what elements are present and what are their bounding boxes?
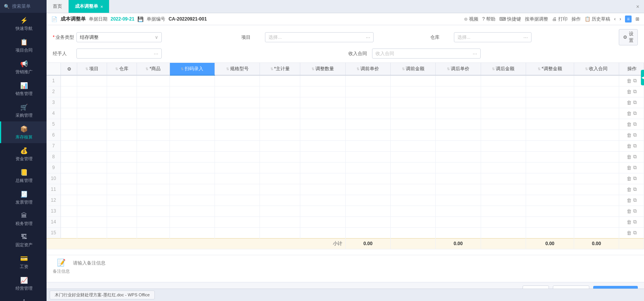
cell-adjust_amount-8[interactable] (526, 151, 574, 162)
cell-pre_unit_price-6[interactable] (345, 130, 390, 140)
cell-pre_amount-10[interactable] (391, 173, 436, 184)
delete-icon-7[interactable]: 🗑 (627, 143, 632, 149)
cell-product-12[interactable] (137, 195, 170, 206)
delete-icon-12[interactable]: 🗑 (627, 197, 632, 203)
cell-post_unit_price-14[interactable] (436, 216, 481, 227)
cell-adjust_amount-10[interactable] (526, 173, 574, 184)
cell-income_contract-10[interactable] (574, 173, 619, 184)
cell-pre_amount-3[interactable] (391, 97, 436, 108)
warehouse-input[interactable]: 选择... ··· (454, 32, 531, 42)
cell-unit-5[interactable] (260, 119, 300, 130)
cell-product-7[interactable] (137, 140, 170, 151)
delete-icon-9[interactable]: 🗑 (627, 165, 632, 171)
sidebar-item-sales-mgmt[interactable]: 📊销售管理 (0, 78, 47, 100)
cell-settings-9[interactable] (61, 162, 77, 173)
cell-pre_unit_price-13[interactable] (345, 206, 390, 216)
cell-income_contract-7[interactable] (574, 140, 619, 151)
cell-product-6[interactable] (137, 130, 170, 140)
cell-scan-7[interactable] (170, 140, 215, 151)
cell-settings-13[interactable] (61, 206, 77, 216)
cell-pre_unit_price-15[interactable] (345, 227, 390, 238)
copy-icon-9[interactable]: ⧉ (633, 164, 637, 171)
cell-pre_amount-1[interactable] (391, 75, 436, 86)
cell-post_unit_price-7[interactable] (436, 140, 481, 151)
cell-adjust_qty-15[interactable] (300, 227, 345, 238)
cell-spec-13[interactable] (215, 206, 260, 216)
cell-unit-15[interactable] (260, 227, 300, 238)
cell-post_amount-11[interactable] (481, 184, 526, 195)
cell-income_contract-13[interactable] (574, 206, 619, 216)
cell-adjust_amount-3[interactable] (526, 97, 574, 108)
cell-warehouse-13[interactable] (107, 206, 137, 216)
cell-unit-6[interactable] (260, 130, 300, 140)
cell-product-1[interactable] (137, 75, 170, 86)
cell-pre_unit_price-9[interactable] (345, 162, 390, 173)
cell-scan-9[interactable] (170, 162, 215, 173)
cell-post_amount-5[interactable] (481, 119, 526, 130)
cell-post_unit_price-10[interactable] (436, 173, 481, 184)
cell-post_unit_price-8[interactable] (436, 151, 481, 162)
cell-product-5[interactable] (137, 119, 170, 130)
copy-icon-3[interactable]: ⧉ (633, 99, 637, 106)
copy-icon-7[interactable]: ⧉ (633, 143, 637, 149)
toolbar-operation[interactable]: 操作 (571, 16, 581, 22)
tab-close-icon[interactable]: × (100, 4, 103, 9)
cell-settings-2[interactable] (61, 86, 77, 97)
cell-product-10[interactable] (137, 173, 170, 184)
toolbar-help[interactable]: ? 帮助 (482, 16, 495, 22)
cell-pre_amount-2[interactable] (391, 86, 436, 97)
project-input[interactable]: 选择... ··· (265, 32, 374, 42)
cell-adjust_qty-14[interactable] (300, 216, 345, 227)
cell-warehouse-1[interactable] (107, 75, 137, 86)
delete-icon-14[interactable]: 🗑 (627, 219, 632, 225)
cell-warehouse-14[interactable] (107, 216, 137, 227)
cell-adjust_qty-6[interactable] (300, 130, 345, 140)
delete-icon-15[interactable]: 🗑 (627, 230, 632, 236)
cell-settings-10[interactable] (61, 173, 77, 184)
cell-settings-5[interactable] (61, 119, 77, 130)
cell-adjust_qty-5[interactable] (300, 119, 345, 130)
right-edge-indicator[interactable]: ◀ (641, 70, 644, 85)
cell-warehouse-8[interactable] (107, 151, 137, 162)
cell-adjust_qty-1[interactable] (300, 75, 345, 86)
cell-post_amount-12[interactable] (481, 195, 526, 206)
cell-pre_unit_price-1[interactable] (345, 75, 390, 86)
business-type-input[interactable]: 结存调整 ∨ (76, 32, 162, 42)
cell-pre_amount-7[interactable] (391, 140, 436, 151)
cell-warehouse-10[interactable] (107, 173, 137, 184)
cell-scan-12[interactable] (170, 195, 215, 206)
cell-pre_unit_price-12[interactable] (345, 195, 390, 206)
cell-product-13[interactable] (137, 206, 170, 216)
cell-scan-2[interactable] (170, 86, 215, 97)
delete-icon-10[interactable]: 🗑 (627, 176, 632, 182)
cell-settings-11[interactable] (61, 184, 77, 195)
cell-project-9[interactable] (77, 162, 107, 173)
cell-project-13[interactable] (77, 206, 107, 216)
cell-unit-9[interactable] (260, 162, 300, 173)
delete-icon-1[interactable]: 🗑 (627, 78, 632, 84)
sidebar-item-invoice-mgmt[interactable]: 🧾发票管理 (0, 187, 47, 208)
cell-unit-13[interactable] (260, 206, 300, 216)
cell-scan-3[interactable] (170, 97, 215, 108)
cell-spec-6[interactable] (215, 130, 260, 140)
sidebar-item-business-mgmt[interactable]: 📈经营管理 (0, 273, 47, 294)
cell-adjust_amount-7[interactable] (526, 140, 574, 151)
cell-post_amount-8[interactable] (481, 151, 526, 162)
cell-unit-7[interactable] (260, 140, 300, 151)
cell-spec-10[interactable] (215, 173, 260, 184)
cell-scan-4[interactable] (170, 108, 215, 119)
cell-unit-4[interactable] (260, 108, 300, 119)
cell-pre_unit_price-2[interactable] (345, 86, 390, 97)
cell-product-8[interactable] (137, 151, 170, 162)
cell-scan-8[interactable] (170, 151, 215, 162)
cell-project-8[interactable] (77, 151, 107, 162)
cell-adjust_qty-11[interactable] (300, 184, 345, 195)
cell-adjust_amount-4[interactable] (526, 108, 574, 119)
cell-post_amount-14[interactable] (481, 216, 526, 227)
sidebar-item-project-contract[interactable]: 📋项目合同 (0, 35, 47, 56)
cell-project-14[interactable] (77, 216, 107, 227)
delete-icon-3[interactable]: 🗑 (627, 100, 632, 106)
cell-project-7[interactable] (77, 140, 107, 151)
cell-warehouse-4[interactable] (107, 108, 137, 119)
cell-pre_unit_price-11[interactable] (345, 184, 390, 195)
